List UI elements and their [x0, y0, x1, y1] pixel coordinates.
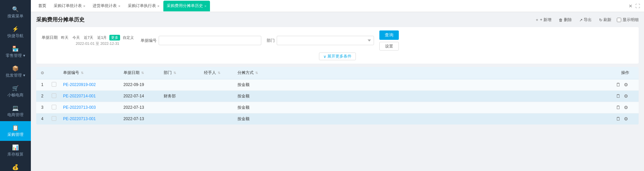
sidebar-item-零售管理[interactable]: 🏪零售管理 ▾ — [0, 42, 31, 62]
edit-icon[interactable]: ⚙ — [623, 93, 629, 99]
row-check[interactable] — [48, 90, 60, 102]
row-checkbox[interactable] — [52, 105, 56, 109]
show-cols-checkbox[interactable] — [617, 18, 621, 22]
row-docno: PE-20220714-001 — [60, 90, 120, 102]
query-button[interactable]: 查询 — [379, 30, 399, 40]
edit-icon[interactable]: ⚙ — [623, 115, 629, 122]
tab-采购费用分摊单历史[interactable]: 采购费用分摊单历史 × — [163, 1, 210, 11]
doc-link[interactable]: PE-20220919-002 — [63, 82, 96, 87]
docno-filter-group: 单据编号 — [141, 36, 261, 45]
row-num: 1 — [36, 79, 48, 90]
action-icons: 🗒 ⚙ — [615, 93, 635, 99]
sidebar-item-库存核算[interactable]: 📊库存核算 — [0, 141, 31, 161]
tab-label: 进货单统计表 — [93, 3, 117, 9]
row-method: 按金额 — [234, 113, 612, 124]
delete-button[interactable]: 🗑 删除 — [557, 16, 574, 24]
tab-首页[interactable]: 首页 — [35, 1, 50, 11]
sidebar-item-电商管理[interactable]: 💻电商管理 — [0, 101, 31, 121]
main-area: 首页采购订单统计表 ×进货单统计表 ×采购订单执行表 ×采购费用分摊单历史 × … — [31, 0, 644, 171]
date-btn-1month[interactable]: 近1月 — [96, 35, 108, 40]
row-checkbox[interactable] — [52, 116, 56, 121]
row-dept: 财务部 — [160, 90, 201, 102]
table-header-row: ⚙ 单据编号 ⇅ 单据日期 ⇅ 部门 ⇅ — [36, 67, 639, 79]
tab-采购订单统计表[interactable]: 采购订单统计表 × — [50, 1, 89, 11]
docno-input[interactable] — [159, 36, 261, 45]
tab-采购订单执行表[interactable]: 采购订单执行表 × — [124, 1, 163, 11]
edit-icon[interactable]: ⚙ — [623, 81, 629, 88]
tab-close-icon[interactable]: × — [204, 4, 206, 8]
col-docno[interactable]: 单据编号 ⇅ — [60, 67, 120, 79]
maximize-window-icon[interactable]: ⛶ — [635, 3, 640, 9]
tab-进货单统计表[interactable]: 进货单统计表 × — [89, 1, 123, 11]
date-btn-more[interactable]: 更多 — [109, 35, 120, 40]
col-dept[interactable]: 部门 ⇅ — [160, 67, 201, 79]
row-num: 4 — [36, 113, 48, 124]
tab-close-icon[interactable]: × — [118, 4, 120, 8]
refresh-button[interactable]: ↻ 刷新 — [597, 16, 613, 24]
action-icons: 🗒 ⚙ — [615, 104, 635, 111]
row-num: 3 — [36, 102, 48, 113]
toolbar: ＋ + 新增 🗑 删除 ↗ 导出 ↻ 刷新 显示明细 — [533, 16, 639, 24]
settings-button[interactable]: 设置 — [379, 42, 399, 51]
tab-bar: 首页采购订单统计表 ×进货单统计表 ×采购订单执行表 ×采购费用分摊单历史 × … — [31, 0, 644, 12]
doc-link[interactable]: PE-20220713-003 — [63, 105, 96, 110]
row-method: 按金额 — [234, 102, 612, 113]
row-check[interactable] — [48, 79, 60, 90]
export-button[interactable]: ↗ 导出 — [577, 16, 594, 24]
action-icons: 🗒 ⚙ — [615, 115, 635, 122]
show-cols-toggle[interactable]: 显示明细 — [617, 17, 639, 23]
sidebar-item-搜索菜单[interactable]: 🔍搜索菜单 — [0, 3, 31, 22]
date-btn-yesterday[interactable]: 昨天 — [60, 35, 70, 40]
table-row: 4 PE-20220713-001 2022-07-13 按金额 🗒 ⚙ — [36, 113, 639, 124]
row-check[interactable] — [48, 113, 60, 124]
tab-close-icon[interactable]: × — [83, 4, 85, 8]
row-checkbox[interactable] — [52, 82, 56, 87]
sidebar-item-小畅电商[interactable]: 🛒小畅电商 — [0, 82, 31, 101]
col-handler[interactable]: 经手人 ⇅ — [201, 67, 234, 79]
row-actions: 🗒 ⚙ — [612, 102, 639, 113]
col-date-label: 单据日期 — [123, 70, 140, 75]
row-docno: PE-20220713-003 — [60, 102, 120, 113]
sort-docno-icon: ⇅ — [81, 71, 84, 75]
filter-row: 单据日期 昨天 今天 近7天 近1月 更多 自定义 2022-01-01 至 2… — [42, 30, 633, 51]
sidebar-item-label: 批发管理 ▾ — [6, 73, 25, 78]
sidebar-item-资金管理[interactable]: 💰资金管理 — [0, 161, 31, 171]
doc-link[interactable]: PE-20220713-001 — [63, 116, 96, 121]
col-date[interactable]: 单据日期 ⇅ — [120, 67, 160, 79]
sidebar-item-快捷导航[interactable]: ⚡快捷导航 — [0, 22, 31, 42]
row-dept — [160, 102, 201, 113]
date-btn-today[interactable]: 今天 — [71, 35, 81, 40]
chevron-down-icon: ∨ — [323, 54, 326, 59]
close-window-icon[interactable]: ✕ — [629, 3, 633, 9]
col-settings[interactable]: ⚙ — [36, 67, 48, 79]
row-actions: 🗒 ⚙ — [612, 90, 639, 102]
view-icon[interactable]: 🗒 — [615, 104, 621, 111]
table-body: 1 PE-20220919-002 2022-09-19 按金额 🗒 ⚙ 2 P… — [36, 79, 639, 124]
sidebar-item-采购管理[interactable]: 📋采购管理 — [0, 121, 31, 141]
sidebar-item-批发管理[interactable]: 📦批发管理 ▾ — [0, 62, 31, 82]
date-range-text: 2022-01-01 至 2022-12-31 — [76, 41, 119, 46]
doc-link[interactable]: PE-20220714-001 — [63, 94, 96, 98]
row-date: 2022-07-13 — [120, 113, 160, 124]
edit-icon[interactable]: ⚙ — [623, 104, 629, 111]
view-icon[interactable]: 🗒 — [615, 115, 621, 122]
add-button[interactable]: ＋ + 新增 — [533, 16, 553, 24]
tab-close-icon[interactable]: × — [157, 4, 159, 8]
row-check[interactable] — [48, 102, 60, 113]
dept-filter-group: 部门 — [267, 36, 374, 45]
date-btn-7days[interactable]: 近7天 — [83, 35, 95, 40]
col-method[interactable]: 分摊方式 ⇅ — [234, 67, 612, 79]
date-btn-custom[interactable]: 自定义 — [121, 35, 135, 40]
row-checkbox[interactable] — [52, 93, 56, 98]
date-filter-group: 单据日期 昨天 今天 近7天 近1月 更多 自定义 2022-01-01 至 2… — [42, 35, 135, 46]
refresh-icon: ↻ — [599, 18, 602, 22]
sidebar-icon: 📊 — [12, 144, 19, 151]
view-icon[interactable]: 🗒 — [615, 81, 621, 88]
col-action: 操作 — [612, 67, 639, 79]
dept-select[interactable] — [277, 36, 374, 45]
expand-more-button[interactable]: ∨ 展开更多条件 — [319, 53, 356, 60]
sidebar: 🔍搜索菜单⚡快捷导航🏪零售管理 ▾📦批发管理 ▾🛒小畅电商💻电商管理📋采购管理📊… — [0, 0, 31, 171]
expand-more-row: ∨ 展开更多条件 — [42, 53, 633, 60]
view-icon[interactable]: 🗒 — [615, 93, 621, 99]
row-docno: PE-20220919-002 — [60, 79, 120, 90]
